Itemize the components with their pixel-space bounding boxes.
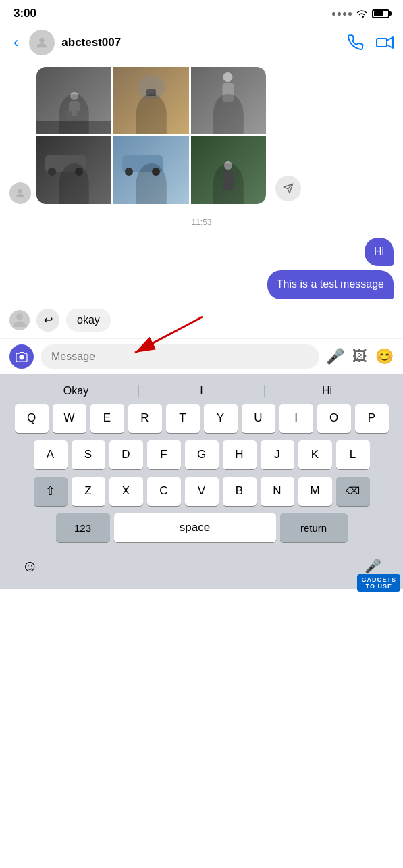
key-123[interactable]: 123 (56, 513, 110, 542)
suggestion-hi[interactable]: Hi (265, 385, 389, 397)
svg-rect-19 (223, 171, 234, 190)
reply-bar: ↩ okay (0, 302, 403, 338)
key-u[interactable]: U (242, 404, 275, 433)
suggestion-okay[interactable]: Okay (14, 385, 138, 397)
photo-grid (36, 67, 266, 204)
svg-marker-2 (387, 37, 393, 48)
battery-icon (372, 9, 389, 18)
svg-point-22 (16, 313, 23, 320)
status-bar: 3:00 (0, 0, 403, 24)
svg-point-8 (138, 75, 165, 99)
sticker-icon[interactable]: 😊 (375, 348, 394, 365)
key-m[interactable]: M (298, 477, 332, 506)
status-time: 3:00 (14, 7, 36, 20)
video-call-icon[interactable] (376, 34, 394, 51)
photo-6 (191, 136, 266, 204)
wifi-icon (356, 9, 368, 18)
key-f[interactable]: F (147, 440, 181, 469)
microphone-icon[interactable]: 🎤 (326, 348, 344, 365)
key-a[interactable]: A (34, 440, 68, 469)
key-r[interactable]: R (128, 404, 162, 433)
key-c[interactable]: C (147, 477, 181, 506)
sender-avatar (9, 182, 31, 204)
keyboard-row-4: 123 space return (3, 513, 400, 542)
key-h[interactable]: H (223, 440, 257, 469)
watermark: GADGETS TO USE (357, 574, 400, 592)
key-i[interactable]: I (279, 404, 313, 433)
key-space[interactable]: space (114, 513, 276, 542)
key-d[interactable]: D (109, 440, 143, 469)
input-right-actions: 🎤 🖼 😊 (326, 348, 394, 365)
photo-5 (113, 136, 188, 204)
svg-point-13 (48, 168, 56, 176)
reply-avatar (9, 310, 30, 330)
key-g[interactable]: G (185, 440, 219, 469)
keyboard-suggestions: Okay I Hi (3, 381, 400, 404)
key-b[interactable]: B (223, 477, 257, 506)
camera-button[interactable] (9, 344, 34, 369)
key-s[interactable]: S (72, 440, 105, 469)
svg-rect-7 (77, 111, 82, 123)
message-bubble-1: Hi (365, 238, 394, 266)
key-t[interactable]: T (166, 404, 200, 433)
message-input[interactable] (41, 344, 319, 369)
svg-rect-6 (66, 111, 72, 123)
emoji-button[interactable]: ☺ (22, 557, 38, 576)
message-row: This is a test message (9, 270, 394, 299)
key-x[interactable]: X (109, 477, 143, 506)
keyboard-row-2: A S D F G H J K L (3, 440, 400, 469)
key-n[interactable]: N (261, 477, 294, 506)
svg-point-10 (223, 72, 233, 82)
chat-area: 11:53 Hi This is a test message ↩ okay (0, 61, 403, 589)
svg-point-14 (75, 168, 83, 176)
key-j[interactable]: J (261, 440, 294, 469)
key-y[interactable]: Y (204, 404, 238, 433)
reply-option-okay[interactable]: okay (66, 309, 111, 332)
svg-point-23 (19, 355, 24, 359)
svg-rect-1 (377, 39, 387, 47)
messages-list: Hi This is a test message (0, 235, 403, 302)
key-q[interactable]: Q (15, 404, 49, 433)
key-l[interactable]: L (336, 440, 370, 469)
photo-2 (113, 67, 188, 134)
reply-button[interactable]: ↩ (36, 309, 59, 332)
contact-avatar (29, 30, 55, 55)
svg-point-18 (224, 161, 232, 170)
key-k[interactable]: K (298, 440, 332, 469)
keyboard-row-3: ⇧ Z X C V B N M ⌫ (3, 477, 400, 506)
dictation-icon[interactable]: 🎤 (365, 558, 381, 574)
message-timestamp: 11:53 (0, 218, 403, 227)
key-p[interactable]: P (355, 404, 389, 433)
key-delete[interactable]: ⌫ (336, 477, 370, 506)
svg-rect-9 (146, 89, 156, 96)
input-bar: 🎤 🖼 😊 (0, 338, 403, 374)
photo-4 (36, 136, 111, 204)
photo-3 (191, 67, 266, 134)
signal-icon (332, 12, 352, 16)
nav-actions (348, 34, 394, 51)
share-button[interactable] (275, 176, 301, 201)
image-icon[interactable]: 🖼 (352, 348, 367, 365)
svg-point-16 (125, 168, 133, 176)
key-o[interactable]: O (317, 404, 351, 433)
keyboard-bottom-bar: ☺ 🎤 (3, 550, 400, 586)
svg-point-0 (40, 38, 45, 43)
back-button[interactable]: ‹ (9, 32, 22, 53)
keyboard-row-1: Q W E R T Y U I O P (3, 404, 400, 433)
svg-point-3 (18, 189, 22, 193)
photo-1 (36, 67, 111, 134)
status-icons (332, 9, 389, 18)
key-z[interactable]: Z (72, 477, 105, 506)
svg-rect-11 (223, 83, 234, 102)
key-return[interactable]: return (280, 513, 348, 542)
message-row: Hi (9, 238, 394, 266)
key-w[interactable]: W (53, 404, 86, 433)
contact-name: abctest007 (61, 36, 341, 49)
key-shift[interactable]: ⇧ (34, 477, 68, 506)
key-e[interactable]: E (90, 404, 124, 433)
nav-bar: ‹ abctest007 (0, 24, 403, 61)
key-v[interactable]: V (185, 477, 219, 506)
suggestion-i[interactable]: I (138, 385, 265, 397)
call-icon[interactable] (348, 34, 364, 51)
svg-point-17 (152, 168, 160, 176)
